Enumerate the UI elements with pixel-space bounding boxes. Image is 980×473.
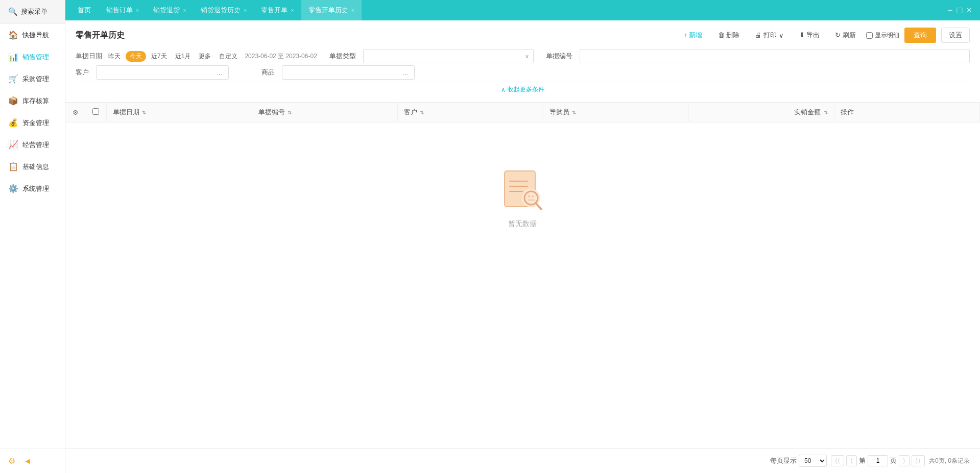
date-btn-custom[interactable]: 自定义 <box>216 51 241 62</box>
customer-select[interactable]: ... <box>96 65 229 80</box>
settings-icon[interactable]: ⚙ <box>8 456 15 466</box>
sort-guide-icon: ⇅ <box>572 110 576 115</box>
tab-sales-return[interactable]: 销货退货 × <box>146 0 193 20</box>
col-no[interactable]: 单据编号 ⇅ <box>252 103 397 122</box>
sidebar-item-label: 快捷导航 <box>22 31 49 40</box>
col-amount[interactable]: 实销金额 ⇅ <box>688 103 834 122</box>
display-detail-checkbox-label[interactable]: 显示明细 <box>866 31 899 40</box>
tab-sales-order-label: 销售订单 <box>106 6 133 15</box>
print-arrow: ∨ <box>779 32 784 39</box>
table-checkbox-col[interactable] <box>86 103 106 122</box>
last-page-btn[interactable]: ⟩⟩ <box>912 455 925 466</box>
date-btn-more[interactable]: 更多 <box>196 51 214 62</box>
sidebar-item-sys-mgmt[interactable]: ⚙️ 系统管理 <box>0 178 65 200</box>
sidebar-item-operations[interactable]: 📈 经营管理 <box>0 134 65 156</box>
goods-select[interactable]: ... <box>282 65 415 80</box>
chevron-down-icon: ∨ <box>525 53 529 60</box>
date-btn-7days[interactable]: 近7天 <box>148 51 170 62</box>
date-btn-1month[interactable]: 近1月 <box>172 51 194 62</box>
select-all-checkbox[interactable] <box>92 108 99 115</box>
sys-mgmt-icon: ⚙️ <box>8 184 18 193</box>
sidebar-item-purchase-mgmt[interactable]: 🛒 采购管理 <box>0 68 65 90</box>
sort-date-icon: ⇅ <box>142 110 146 115</box>
collapse-bar[interactable]: ∧ 收起更多条件 <box>76 82 970 97</box>
print-button[interactable]: 🖨 打印 ∨ <box>750 28 789 42</box>
per-page-label: 每页显示 <box>770 456 797 465</box>
delete-button[interactable]: 🗑 删除 <box>713 28 745 42</box>
next-page-btn[interactable]: ⟩ <box>899 455 910 466</box>
date-btn-yesterday[interactable]: 昨天 <box>105 51 124 62</box>
tab-sales-order[interactable]: 销售订单 × <box>99 0 146 20</box>
sort-amount-icon: ⇅ <box>824 110 828 115</box>
page-header: 零售开单历史 + 新增 🗑 删除 🖨 打印 ∨ ⬇ 导出 ↻ 刷新 显示明细 查… <box>65 20 980 103</box>
bill-type-select[interactable]: ∨ <box>363 49 534 63</box>
display-detail-checkbox[interactable] <box>866 32 873 39</box>
bill-type-select-inner[interactable]: ∨ <box>363 49 534 63</box>
goods-dots-icon[interactable]: ... <box>400 68 410 78</box>
tab-sales-return-history-label: 销货退货历史 <box>201 6 241 15</box>
tab-home[interactable]: 首页 <box>69 0 99 20</box>
bill-no-label: 单据编号 <box>546 52 572 61</box>
add-button[interactable]: + 新增 <box>678 28 707 42</box>
pagination: 每页显示 10 20 50 100 ⟨⟨ ⟨ 第 页 ⟩ <box>65 448 980 473</box>
window-minimize-btn[interactable]: − <box>947 5 953 16</box>
window-maximize-btn[interactable]: □ <box>957 5 963 16</box>
inventory-icon: 📦 <box>8 96 18 106</box>
page-suffix: 页 <box>890 456 897 465</box>
collapse-sidebar-icon[interactable]: ◄ <box>23 457 32 466</box>
date-btn-today[interactable]: 今天 <box>126 51 146 62</box>
tab-retail-open[interactable]: 零售开单 × <box>254 0 301 20</box>
goods-select-inner[interactable]: ... <box>282 65 415 80</box>
sidebar-item-quick-nav[interactable]: 🏠 快捷导航 <box>0 24 65 46</box>
customer-label: 客户 <box>76 68 89 77</box>
sidebar-item-inventory[interactable]: 📦 库存核算 <box>0 90 65 112</box>
tab-retail-open-close[interactable]: × <box>291 7 294 13</box>
date-range: 2023-06-02 至 2023-06-02 <box>245 52 317 61</box>
prev-page-btn[interactable]: ⟨ <box>846 455 857 466</box>
table-area: ⚙ 单据日期 ⇅ 单据编号 ⇅ <box>65 103 980 448</box>
sidebar-search[interactable]: 🔍 搜索采单 <box>0 0 65 24</box>
main-area: 首页 销售订单 × 销货退货 × 销货退货历史 × 零售开单 × 零售开单历史 … <box>65 0 980 473</box>
data-table: ⚙ 单据日期 ⇅ 单据编号 ⇅ <box>65 103 980 269</box>
sidebar-item-basic-info[interactable]: 📋 基础信息 <box>0 156 65 178</box>
tab-sales-order-close[interactable]: × <box>136 7 139 13</box>
sidebar-item-finance[interactable]: 💰 资金管理 <box>0 112 65 134</box>
tab-retail-open-history[interactable]: 零售开单历史 × <box>301 0 362 20</box>
sidebar-item-label: 库存核算 <box>22 96 49 106</box>
sidebar-item-label: 基础信息 <box>22 162 49 171</box>
page-number-input[interactable] <box>868 455 888 466</box>
col-date-label: 单据日期 <box>113 108 139 116</box>
col-no-label: 单据编号 <box>258 108 285 116</box>
sidebar-item-label: 采购管理 <box>22 74 49 84</box>
tab-retail-open-history-close[interactable]: × <box>351 7 354 13</box>
table-settings-col[interactable]: ⚙ <box>65 103 86 122</box>
display-detail-label: 显示明细 <box>875 31 899 40</box>
collapse-icon: ∧ <box>501 86 506 93</box>
customer-select-inner[interactable]: ... <box>96 65 229 80</box>
bill-no-input[interactable] <box>580 49 970 63</box>
page-label: 第 <box>859 456 866 465</box>
table-settings-icon[interactable]: ⚙ <box>73 109 79 116</box>
tab-sales-return-history-close[interactable]: × <box>244 7 247 13</box>
export-button[interactable]: ⬇ 导出 <box>794 28 825 42</box>
filter-goods: 商品 ... <box>261 65 415 80</box>
refresh-button[interactable]: ↻ 刷新 <box>830 28 861 42</box>
per-page-selector: 每页显示 10 20 50 100 <box>770 455 827 467</box>
filter-settings-button[interactable]: 设置 <box>941 28 970 43</box>
toolbar: + 新增 🗑 删除 🖨 打印 ∨ ⬇ 导出 ↻ 刷新 显示明细 查询 设置 <box>678 28 970 43</box>
col-customer[interactable]: 客户 ⇅ <box>397 103 543 122</box>
window-close-btn[interactable]: × <box>966 5 972 16</box>
sidebar-item-sales-mgmt[interactable]: 📊 销售管理 <box>0 46 65 68</box>
filter-row-1: 单据日期 昨天 今天 近7天 近1月 更多 自定义 2023-06-02 至 2… <box>76 49 970 63</box>
tab-sales-return-history[interactable]: 销货退货历史 × <box>194 0 254 20</box>
customer-dots-icon[interactable]: ... <box>214 68 224 78</box>
col-guide[interactable]: 导购员 ⇅ <box>543 103 688 122</box>
first-page-btn[interactable]: ⟨⟨ <box>831 455 844 466</box>
tab-sales-return-close[interactable]: × <box>183 7 186 13</box>
print-label: 🖨 打印 <box>755 31 777 40</box>
empty-state: 暂无数据 <box>65 122 980 269</box>
col-date[interactable]: 单据日期 ⇅ <box>106 103 252 122</box>
per-page-select[interactable]: 10 20 50 100 <box>799 455 827 467</box>
filter-bill-type: 单据类型 ∨ <box>329 49 534 63</box>
query-button[interactable]: 查询 <box>904 28 936 43</box>
